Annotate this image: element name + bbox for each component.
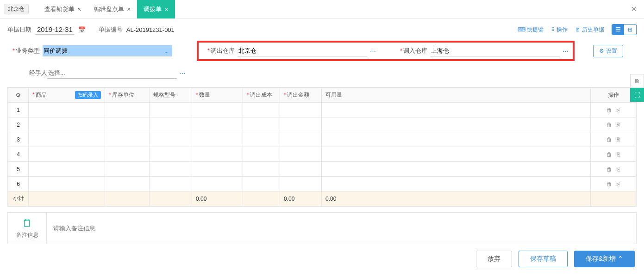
operate-link[interactable]: ⠿ 操作 <box>551 26 568 34</box>
side-expand-icon[interactable]: ⛶ <box>630 88 644 102</box>
remark-input[interactable] <box>47 213 636 244</box>
chevron-down-icon[interactable]: ⌄ <box>164 48 169 55</box>
handler-label: 经手人 <box>21 69 47 77</box>
more-icon[interactable]: ⋯ <box>563 48 569 55</box>
col-spec: 规格型号 <box>150 88 192 103</box>
copy-icon[interactable]: ⎘ <box>617 166 620 172</box>
btn-text: 设置 <box>606 47 617 55</box>
view-toggle: ☰ ⊞ <box>612 24 637 35</box>
link-text: 历史单据 <box>582 26 604 34</box>
note-icon: 🗒 <box>8 217 46 229</box>
more-icon[interactable]: ⋯ <box>180 70 186 77</box>
date-label: 单据日期 <box>7 25 31 34</box>
shortcut-link[interactable]: ⌨ 快捷键 <box>518 26 544 34</box>
table-row[interactable]: 1🗑⎘ <box>8 103 636 117</box>
table-row[interactable]: 5🗑⎘ <box>8 162 636 177</box>
delete-icon[interactable]: 🗑 <box>606 166 612 172</box>
tab-label: 编辑盘点单 <box>94 5 124 13</box>
header-row: 单据日期 2019-12-31 📅 单据编号 AL-20191231-001 ⌨… <box>0 18 644 39</box>
table: ⚙ *商品扫码录入 *库存单位 规格型号 *数量 *调出成本 *调出金额 可用量… <box>7 87 637 207</box>
row-index: 4 <box>8 147 29 162</box>
copy-icon[interactable]: ⎘ <box>617 151 620 158</box>
date-value[interactable]: 2019-12-31 <box>35 25 75 35</box>
in-wh-label: *调入仓库 <box>395 47 427 55</box>
copy-icon[interactable]: ⎘ <box>617 136 620 143</box>
row-index: 2 <box>8 117 29 132</box>
form-area: *业务类型 ⌄ *调出仓库 ⋯ *调入仓库 ⋯ ⚙ 设置 经手人 ⋯ <box>0 39 644 83</box>
settings-button[interactable]: ⚙ 设置 <box>593 45 623 57</box>
link-text: 操作 <box>556 26 568 34</box>
delete-icon[interactable]: 🗑 <box>606 122 612 128</box>
out-wh-input[interactable] <box>238 45 367 56</box>
delete-icon[interactable]: 🗑 <box>606 136 612 143</box>
col-avail: 可用量 <box>322 88 591 103</box>
doc-no-label: 单据编号 <box>99 25 123 34</box>
col-qty: *数量 <box>192 88 243 103</box>
warehouse-tag[interactable]: 北京仓 <box>4 4 29 14</box>
subtotal-row: 小计 0.00 0.00 0.00 <box>8 191 636 206</box>
tab-label: 查看销货单 <box>44 5 75 13</box>
doc-no-value: AL-20191231-001 <box>126 26 175 33</box>
subtotal-label: 小计 <box>8 191 29 206</box>
in-wh-input[interactable] <box>430 45 560 56</box>
close-icon[interactable]: × <box>127 6 131 13</box>
table-row[interactable]: 3🗑⎘ <box>8 132 636 147</box>
close-icon[interactable]: × <box>164 6 168 13</box>
col-ops: 操作 <box>591 88 636 103</box>
close-icon[interactable]: × <box>77 6 81 13</box>
handler-input[interactable] <box>47 68 177 79</box>
tab-transfer[interactable]: 调拨单× <box>137 0 175 18</box>
calendar-icon[interactable]: 📅 <box>78 26 86 33</box>
row-index: 3 <box>8 132 29 147</box>
view-list-icon[interactable]: ☰ <box>612 25 624 35</box>
subtotal-avail: 0.00 <box>322 191 591 206</box>
subtotal-qty: 0.00 <box>192 191 243 206</box>
table-row[interactable]: 4🗑⎘ <box>8 147 636 162</box>
remark-label: 备注信息 <box>8 231 46 239</box>
history-link[interactable]: 🗎 历史单据 <box>575 26 604 34</box>
link-text: 快捷键 <box>527 26 544 34</box>
row-index: 1 <box>8 103 29 117</box>
save-draft-button[interactable]: 保存草稿 <box>519 251 568 267</box>
col-amount: *调出金额 <box>280 88 322 103</box>
copy-icon[interactable]: ⎘ <box>617 181 620 187</box>
remark-area: 🗒 备注信息 <box>7 212 637 244</box>
table-row[interactable]: 6🗑⎘ <box>8 177 636 191</box>
tab-edit-inventory[interactable]: 编辑盘点单× <box>88 0 137 18</box>
save-new-button[interactable]: 保存&新增 ⌃ <box>574 251 635 267</box>
side-icons: 🗎 ⛶ <box>630 74 644 102</box>
gear-icon[interactable]: ⚙ <box>16 92 21 98</box>
copy-icon[interactable]: ⎘ <box>617 122 620 128</box>
top-bar: 北京仓 查看销货单× 编辑盘点单× 调拨单× × <box>0 0 644 18</box>
more-icon[interactable]: ⋯ <box>370 48 376 55</box>
copy-icon[interactable]: ⎘ <box>617 107 620 113</box>
discard-button[interactable]: 放弃 <box>476 251 512 267</box>
subtotal-amount: 0.00 <box>280 191 322 206</box>
biz-type-input[interactable] <box>43 45 172 56</box>
biz-type-label: *业务类型 <box>7 47 40 55</box>
delete-icon[interactable]: 🗑 <box>606 107 612 113</box>
tab-label: 调拨单 <box>144 5 162 13</box>
tab-view-sales[interactable]: 查看销货单× <box>38 0 88 18</box>
table-row[interactable]: 2🗑⎘ <box>8 117 636 132</box>
col-product: *商品扫码录入 <box>29 88 105 103</box>
col-cost: *调出成本 <box>243 88 280 103</box>
view-grid-icon[interactable]: ⊞ <box>624 25 636 35</box>
chevron-up-icon: ⌃ <box>618 255 623 262</box>
row-index: 6 <box>8 177 29 191</box>
btn-text: 保存&新增 <box>586 255 616 262</box>
delete-icon[interactable]: 🗑 <box>606 181 612 187</box>
col-gear[interactable]: ⚙ <box>8 88 29 103</box>
footer: 放弃 保存草稿 保存&新增 ⌃ <box>0 244 644 274</box>
col-unit: *库存单位 <box>105 88 150 103</box>
out-wh-label: *调出仓库 <box>202 47 235 55</box>
delete-icon[interactable]: 🗑 <box>606 151 612 158</box>
side-note-icon[interactable]: 🗎 <box>630 74 644 88</box>
row-index: 5 <box>8 162 29 177</box>
scan-tag[interactable]: 扫码录入 <box>75 91 101 99</box>
highlight-box: *调出仓库 ⋯ *调入仓库 ⋯ <box>197 41 575 61</box>
page-close-icon[interactable]: × <box>627 4 640 14</box>
